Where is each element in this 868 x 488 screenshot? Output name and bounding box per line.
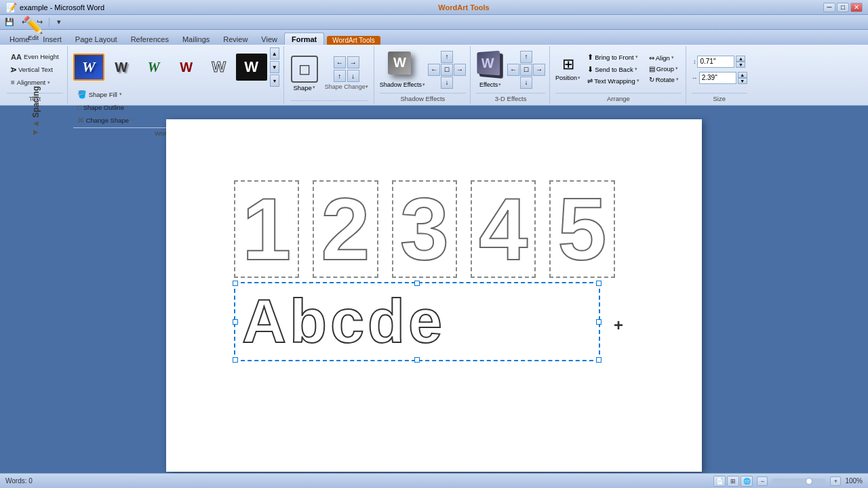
wordart-styles-scroll-down[interactable]: ▼ <box>270 61 279 73</box>
shape-arrange-buttons: ← → ↑ ↓ Shape Change ▾ <box>325 56 368 90</box>
size-group-label: Size <box>692 93 747 102</box>
rotate-icon: ↻ <box>649 76 654 83</box>
wordart-object[interactable]: Abcde <box>234 282 600 361</box>
shape-fill-button[interactable]: 🪣 Shape Fill ▾ <box>73 88 138 100</box>
tab-page-layout[interactable]: Page Layout <box>68 33 124 45</box>
height-spin-down[interactable]: ▼ <box>736 62 745 68</box>
zoom-slider[interactable] <box>772 479 826 484</box>
cursor: + <box>614 316 623 335</box>
save-button[interactable]: 💾 <box>3 16 16 28</box>
tab-review[interactable]: Review <box>216 33 254 45</box>
width-input[interactable] <box>699 72 736 84</box>
even-height-button[interactable]: AA Even Height <box>7 51 63 63</box>
height-spin-up[interactable]: ▲ <box>736 56 745 62</box>
close-button[interactable]: ✕ <box>850 3 863 12</box>
number-3: 3 <box>392 180 457 278</box>
resize-handle-sw[interactable] <box>233 357 238 363</box>
ribbon-group-shadow-effects: W Shadow Effects ▾ ↑ ← ☐ → ↓ <box>376 46 471 104</box>
shape-right-button[interactable]: → <box>347 56 359 68</box>
resize-handle-e[interactable] <box>596 319 601 325</box>
wordart-style-2[interactable]: W <box>106 54 137 81</box>
view-fullscreen-button[interactable]: ⊞ <box>727 476 739 487</box>
group-button[interactable]: ▤ Group ▾ <box>646 64 682 74</box>
shadow-arrow-up[interactable]: ↑ <box>441 51 453 63</box>
zoom-slider-thumb[interactable] <box>806 478 812 485</box>
tab-references[interactable]: References <box>124 33 176 45</box>
position-button[interactable]: ⊞ Position ▾ <box>555 47 580 89</box>
even-height-label: Even Height <box>24 53 59 60</box>
change-shape-arrow: ▾ <box>131 117 134 123</box>
wordart-style-3[interactable]: W <box>138 54 170 81</box>
height-icon: ↕ <box>693 58 696 65</box>
ribbon-group-wordart-styles: W W W W W W <box>69 46 284 104</box>
effects-label: Effects <box>479 81 498 88</box>
text-wrapping-button[interactable]: ⇌ Text Wrapping ▾ <box>585 76 642 86</box>
view-web-button[interactable]: 🌐 <box>741 476 753 487</box>
3d-effects-button[interactable]: W Effects ▾ <box>476 52 505 88</box>
maximize-button[interactable]: □ <box>837 3 849 12</box>
wordart-styles-dropdown[interactable]: ▾ <box>270 75 279 87</box>
3d-arrow-up[interactable]: ↑ <box>520 51 532 63</box>
tab-mailings[interactable]: Mailings <box>176 33 216 45</box>
width-spin-down[interactable]: ▼ <box>738 78 747 84</box>
height-spinner[interactable]: ▲ ▼ <box>736 56 745 68</box>
shadow-arrow-right[interactable]: → <box>454 64 466 76</box>
text-wrapping-icon: ⇌ <box>587 77 593 85</box>
resize-handle-nw[interactable] <box>233 281 238 286</box>
wordart-style-6[interactable]: W <box>236 54 267 81</box>
spacing-arrow-right[interactable]: ▶ <box>33 128 39 136</box>
shadow-arrow-left[interactable]: ← <box>428 64 440 76</box>
zoom-percentage[interactable]: 100% <box>845 477 863 485</box>
change-shape-label: Change Shape <box>86 117 129 124</box>
shape-up-button[interactable]: ↑ <box>334 70 346 82</box>
shadow-toggle[interactable]: ☐ <box>441 64 453 76</box>
rotate-button[interactable]: ↻ Rotate ▾ <box>646 75 682 85</box>
send-to-back-button[interactable]: ⬇ Send to Back ▾ <box>585 64 642 75</box>
toolbar-dropdown[interactable]: ▾ <box>52 16 66 28</box>
shape-icon: ◻ <box>291 56 318 83</box>
ribbon-tabs: Home Insert Page Layout References Maili… <box>0 30 868 45</box>
view-print-button[interactable]: 📄 <box>713 476 726 487</box>
shadow-effects-button[interactable]: W Shadow Effects ▾ <box>380 52 425 88</box>
resize-handle-ne[interactable] <box>596 281 601 286</box>
wordart-style-4[interactable]: W <box>171 54 202 81</box>
3d-arrow-left[interactable]: ← <box>507 64 519 76</box>
3d-arrow-down[interactable]: ↓ <box>520 77 532 89</box>
position-icon: ⊞ <box>562 56 574 73</box>
shape-change-label[interactable]: Shape Change ▾ <box>325 83 368 90</box>
tab-format[interactable]: Format <box>284 33 324 45</box>
shape-label: Shape ▾ <box>293 84 315 92</box>
width-spinner[interactable]: ▲ ▼ <box>738 72 747 84</box>
height-input[interactable] <box>697 56 734 68</box>
zoom-out-button[interactable]: − <box>757 476 768 486</box>
resize-handle-w[interactable] <box>233 319 238 325</box>
bring-to-front-button[interactable]: ⬆ Bring to Front ▾ <box>585 52 642 63</box>
resize-handle-n[interactable] <box>414 281 420 286</box>
width-spin-up[interactable]: ▲ <box>738 72 747 78</box>
align-button[interactable]: ⇔ Align ▾ <box>646 53 682 63</box>
resize-handle-se[interactable] <box>596 357 601 363</box>
edit-button[interactable]: ✏️ Edit <box>21 7 45 49</box>
shadow-arrow-down[interactable]: ↓ <box>441 77 453 89</box>
wordart-styles-scroll-up[interactable]: ▲ <box>270 47 279 60</box>
zoom-in-button[interactable]: + <box>830 476 841 486</box>
spacing-arrow-left[interactable]: ◀ <box>33 119 39 127</box>
tab-view[interactable]: View <box>254 33 284 45</box>
document-page: 1 2 3 4 5 Abcde + <box>166 119 702 472</box>
shape-button[interactable]: ◻ Shape ▾ <box>291 56 318 92</box>
3d-arrow-right[interactable]: → <box>533 64 545 76</box>
shape-left-button[interactable]: ← <box>334 56 346 68</box>
shape-outline-button[interactable]: □ Shape Outline ▾ <box>73 101 138 113</box>
minimize-button[interactable]: ─ <box>823 3 835 12</box>
spacing-label[interactable]: Spacing <box>31 86 41 118</box>
ribbon-group-size: ↕ ▲ ▼ ↔ ▲ ▼ Size <box>688 46 751 104</box>
wordart-style-5[interactable]: W <box>203 54 235 81</box>
page-area: 1 2 3 4 5 Abcde + <box>0 106 868 473</box>
wordart-tools-tab: WordArt Tools <box>327 36 380 45</box>
change-shape-button[interactable]: ⌘ Change Shape ▾ <box>73 114 138 126</box>
shape-down-button[interactable]: ↓ <box>347 70 359 82</box>
vertical-text-button[interactable]: A Vertical Text <box>7 64 63 76</box>
resize-handle-s[interactable] <box>414 357 420 363</box>
3d-toggle[interactable]: ☐ <box>520 64 532 76</box>
wordart-style-1[interactable]: W <box>73 54 104 81</box>
